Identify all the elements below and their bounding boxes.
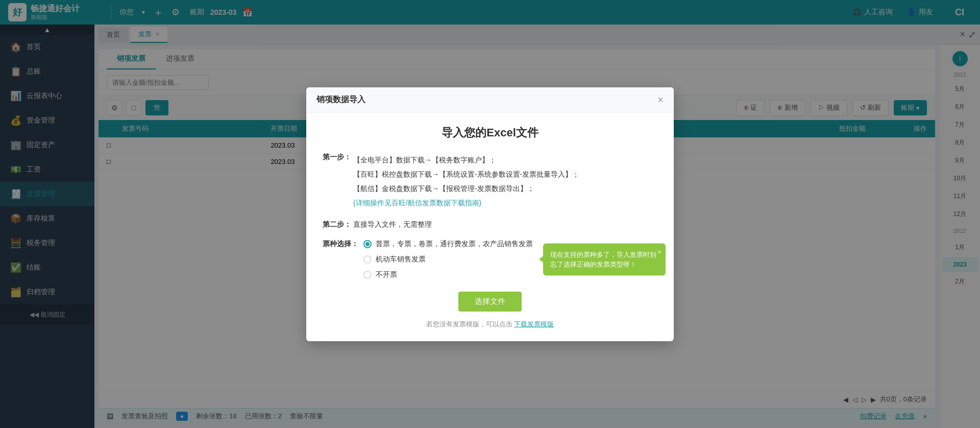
- radio-circle-2: [363, 255, 372, 264]
- radio-dot-1: [365, 242, 370, 246]
- radio-label-2: 机动车销售发票: [376, 255, 426, 264]
- step1-row: 第一步： 【全电平台】数据下载→【税务数字账户】； 【百旺】税控盘数据下载→【系…: [323, 153, 657, 210]
- download-template-link[interactable]: 下载发票模版: [514, 320, 554, 328]
- step2-content: 直接导入文件，无需整理: [353, 220, 432, 229]
- radio-group: 普票，专票，卷票，通行费发票，农产品销售发票 机动车销售发票 × 现在支持的票种…: [363, 240, 533, 279]
- radio-section: 票种选择： 普票，专票，卷票，通行费发票，农产品销售发票 机动车销售发票: [323, 240, 657, 279]
- import-modal: 销项数据导入 × 导入您的Excel文件 第一步： 【全电平台】数据下载→【税务…: [306, 87, 674, 341]
- radio-circle-1: [363, 240, 372, 248]
- radio-option-2-wrapper: 机动车销售发票 × 现在支持的票种多了，导入发票时别忘了选择正确的发票类型呀！: [363, 255, 533, 264]
- step1-line3: 【航信】金税盘数据下载→【报税管理-发票数据导出】；: [353, 181, 579, 196]
- radio-option-1[interactable]: 普票，专票，卷票，通行费发票，农产品销售发票: [363, 240, 533, 249]
- step1-content: 【全电平台】数据下载→【税务数字账户】； 【百旺】税控盘数据下载→【系统设置-系…: [353, 153, 579, 210]
- modal-header: 销项数据导入 ×: [306, 87, 674, 113]
- step2-label: 第二步：: [323, 220, 353, 229]
- step1-line2: 【百旺】税控盘数据下载→【系统设置-系统参数设置-发票批量导入】；: [353, 167, 579, 181]
- modal-main-title: 导入您的Excel文件: [323, 125, 657, 140]
- step2-block: 第二步： 直接导入文件，无需整理: [323, 220, 657, 229]
- radio-label-3: 不开票: [376, 270, 397, 279]
- modal-close-button[interactable]: ×: [657, 94, 664, 105]
- step1-line1: 【全电平台】数据下载→【税务数字账户】；: [353, 153, 579, 167]
- tooltip-text: 现在支持的票种多了，导入发票时别忘了选择正确的发票类型呀！: [550, 250, 656, 268]
- tooltip-close-button[interactable]: ×: [657, 246, 662, 257]
- modal-overlay: 销项数据导入 × 导入您的Excel文件 第一步： 【全电平台】数据下载→【税务…: [0, 0, 980, 428]
- step1-label: 第一步：: [323, 153, 353, 162]
- modal-title: 销项数据导入: [316, 94, 365, 105]
- step1-link[interactable]: (详细操作见百旺/航信发票数据下载指南): [353, 196, 579, 210]
- radio-circle-3: [363, 271, 372, 279]
- tooltip-box: × 现在支持的票种多了，导入发票时别忘了选择正确的发票类型呀！: [543, 243, 666, 275]
- radio-label: 票种选择：: [323, 240, 363, 249]
- modal-footer-text: 若您没有发票模版，可以点击: [426, 320, 512, 328]
- select-file-button[interactable]: 选择文件: [458, 292, 522, 312]
- radio-label-1: 普票，专票，卷票，通行费发票，农产品销售发票: [376, 240, 533, 249]
- radio-option-3[interactable]: 不开票: [363, 270, 533, 279]
- radio-option-2[interactable]: 机动车销售发票: [363, 255, 533, 264]
- modal-footer: 若您没有发票模版，可以点击 下载发票模版: [323, 320, 657, 329]
- modal-body: 导入您的Excel文件 第一步： 【全电平台】数据下载→【税务数字账户】； 【百…: [306, 113, 674, 341]
- step2-row: 第二步： 直接导入文件，无需整理: [323, 220, 657, 229]
- step1-block: 第一步： 【全电平台】数据下载→【税务数字账户】； 【百旺】税控盘数据下载→【系…: [323, 153, 657, 210]
